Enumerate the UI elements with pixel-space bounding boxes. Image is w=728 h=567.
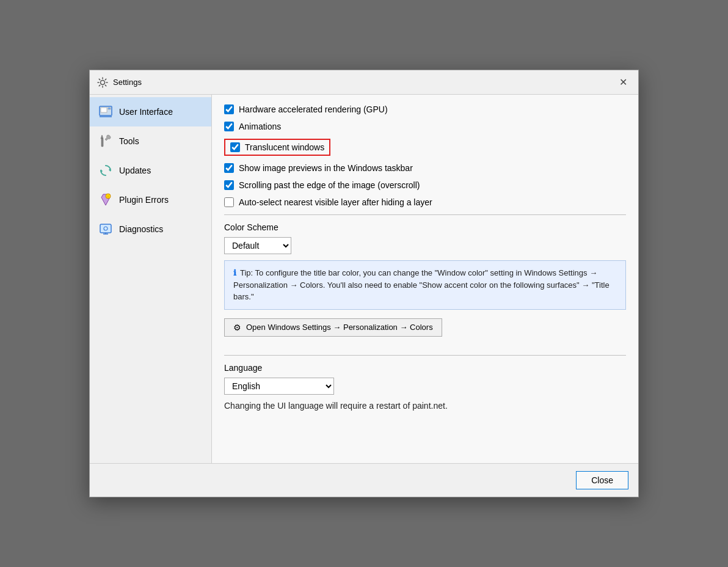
svg-text:!: ! [107,195,109,199]
close-button[interactable]: Close [576,471,628,489]
sidebar-label-diagnostics: Diagnostics [119,224,163,234]
checkbox-taskbar[interactable] [224,163,234,173]
sidebar-item-plugin-errors[interactable]: ! Plugin Errors [90,185,211,214]
checkbox-overscroll-row: Scrolling past the edge of the image (ov… [224,180,626,190]
separator-1 [224,214,626,215]
gear-icon: ⚙ [233,323,241,332]
checkbox-taskbar-label[interactable]: Show image previews in the Windows taskb… [239,163,413,173]
updates-icon [97,162,114,179]
settings-title-icon [97,77,108,88]
checkbox-autoselect-row: Auto-select nearest visible layer after … [224,197,626,207]
plugin-errors-icon: ! [97,191,114,208]
checkbox-gpu-label[interactable]: Hardware accelerated rendering (GPU) [239,104,388,114]
sidebar-label-tools: Tools [119,136,139,146]
sidebar-item-user-interface[interactable]: User Interface [90,97,211,126]
svg-rect-3 [108,108,111,109]
dialog-body: User Interface Tools [90,95,638,463]
checkbox-taskbar-row: Show image previews in the Windows taskb… [224,163,626,173]
checkbox-translucent-row: Translucent windows [224,139,330,156]
window-title: Settings [113,78,616,87]
tip-box: ℹTip: To configure the title bar color, … [224,260,626,310]
open-windows-settings-button[interactable]: ⚙ Open Windows Settings → Personalizatio… [224,318,442,337]
main-content: Hardware accelerated rendering (GPU) Ani… [212,95,638,463]
checkbox-gpu-row: Hardware accelerated rendering (GPU) [224,104,626,114]
user-interface-icon [97,103,114,120]
sidebar: User Interface Tools [90,95,212,463]
separator-2 [224,355,626,356]
sidebar-label-updates: Updates [119,166,151,175]
checkbox-gpu[interactable] [224,104,234,114]
checkbox-animations[interactable] [224,122,234,131]
dialog-footer: Close [90,463,638,497]
checkbox-translucent[interactable] [230,142,240,152]
settings-dialog: Settings ✕ User Interface [89,70,639,497]
color-scheme-dropdown-row: Default Light Dark [224,237,626,254]
tip-icon: ℹ [233,268,236,277]
checkbox-animations-label[interactable]: Animations [239,122,281,131]
language-label: Language [224,363,626,373]
language-select[interactable]: English Deutsch Español Français Italian… [224,378,334,395]
checkbox-autoselect[interactable] [224,197,234,207]
checkbox-overscroll[interactable] [224,180,234,190]
checkbox-autoselect-label[interactable]: Auto-select nearest visible layer after … [239,197,432,207]
sidebar-item-diagnostics[interactable]: Diagnostics [90,214,211,244]
close-icon[interactable]: ✕ [616,76,631,89]
svg-rect-5 [101,139,103,147]
svg-rect-10 [100,224,111,233]
checkbox-translucent-label[interactable]: Translucent windows [245,142,324,152]
sidebar-label-user-interface: User Interface [119,107,173,117]
color-scheme-select[interactable]: Default Light Dark [224,237,291,254]
diagnostics-icon [97,221,114,238]
checkbox-overscroll-label[interactable]: Scrolling past the edge of the image (ov… [239,180,420,190]
sidebar-item-tools[interactable]: Tools [90,126,211,156]
language-section: Language English Deutsch Español Françai… [224,363,626,411]
tools-icon [97,133,114,150]
svg-point-0 [101,80,105,84]
open-settings-label: Open Windows Settings → Personalization … [246,323,433,332]
language-note: Changing the UI language will require a … [224,401,626,411]
sidebar-item-updates[interactable]: Updates [90,156,211,185]
checkbox-animations-row: Animations [224,122,626,131]
tip-text: Tip: To configure the title bar color, y… [233,268,610,301]
color-scheme-label: Color Scheme [224,222,626,232]
title-bar: Settings ✕ [90,70,638,95]
svg-rect-2 [101,108,107,112]
sidebar-label-plugin-errors: Plugin Errors [119,195,169,205]
